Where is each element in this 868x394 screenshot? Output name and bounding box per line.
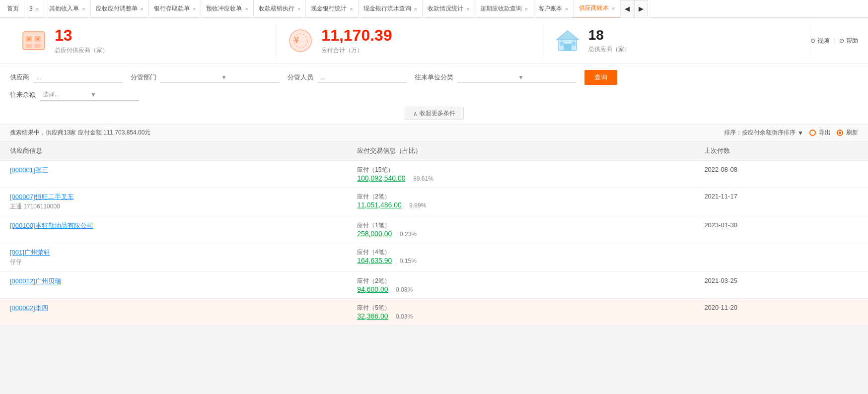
card1-number: 13: [55, 27, 108, 44]
tx-label: 应付（2笔）: [357, 193, 684, 201]
help-icon: ⊙: [839, 37, 844, 44]
nav-tab-receipt-exec[interactable]: 收款核销执行 ×: [254, 0, 306, 18]
tx-percent: 0.08%: [396, 286, 413, 293]
top-links: ⊙ 视频 ｜ ⊙ 帮助: [810, 23, 858, 59]
close-icon[interactable]: ×: [297, 6, 300, 12]
supplier-info-cell: [000002]李四: [0, 299, 347, 326]
last-pay-cell: 2020-11-20: [694, 299, 868, 326]
data-table-container: 供应商信息 应付交易信息（占比） 上次付数 [000001]张三应付（15笔） …: [0, 141, 868, 326]
close-icon[interactable]: ×: [141, 6, 144, 12]
card3-text: 18 总供应商（家）: [588, 28, 630, 54]
video-link[interactable]: 视频: [817, 37, 829, 45]
tx-label: 应付（4笔）: [357, 248, 684, 257]
export-button[interactable]: 导出: [809, 129, 831, 137]
svg-text:¥: ¥: [27, 37, 30, 41]
nav-tab-supplier-ledger[interactable]: 供应商账本 ×: [574, 0, 620, 18]
tx-amount[interactable]: 94,600.00: [357, 285, 388, 293]
close-icon[interactable]: ×: [612, 5, 615, 11]
nav-tab-ar-ap-adjust[interactable]: 应收应付调整单 ×: [91, 0, 149, 18]
nav-tab-overdue-ar[interactable]: 超期应收款查询 ×: [475, 0, 533, 18]
refresh-button[interactable]: 刷新: [837, 129, 858, 137]
tx-amount[interactable]: 258,000.00: [357, 230, 392, 238]
last-pay-date: 2021-11-17: [704, 193, 737, 200]
query-button[interactable]: 查询: [584, 70, 617, 85]
close-icon[interactable]: ×: [245, 6, 248, 12]
close-icon[interactable]: ×: [193, 6, 196, 12]
chevron-down-icon: ▼: [221, 74, 277, 81]
supplier-info-cell: [001]广州荣轩仔仔: [0, 243, 347, 272]
close-icon[interactable]: ×: [466, 6, 469, 12]
dept-filter: 分管部门 ▼: [131, 72, 280, 83]
nav-tab-cash-bank-stat[interactable]: 现金银行统计 ×: [306, 0, 358, 18]
supplier-link[interactable]: [001]广州荣轩: [10, 249, 50, 256]
help-link[interactable]: 帮助: [846, 37, 858, 45]
tx-amount[interactable]: 100,092,540.00: [357, 174, 405, 182]
nav-tab-customer-ledger[interactable]: 客户账本 ×: [533, 0, 574, 18]
supplier-link[interactable]: [000007]恒旺二手叉车: [10, 193, 74, 200]
supplier-link[interactable]: [000012]广州贝瑞: [10, 277, 61, 285]
nav-tab-3[interactable]: 3 ×: [24, 0, 44, 18]
supplier-info-cell: [000100]本特勒油品有限公司: [0, 216, 347, 243]
tx-label: 应付（1笔）: [357, 221, 684, 230]
supplier-label: 供应商: [10, 73, 29, 82]
close-icon[interactable]: ×: [414, 6, 417, 12]
category-select[interactable]: ▼: [457, 72, 577, 83]
video-icon: ⊙: [810, 37, 815, 44]
card3-number: 18: [588, 28, 630, 43]
nav-tab-cash-bank-flow[interactable]: 现金银行流水查询 ×: [359, 0, 423, 18]
card2-text: 11,170.39 应付合计（万）: [321, 27, 392, 55]
close-icon[interactable]: ×: [36, 6, 39, 12]
tx-label: 应付（5笔）: [357, 304, 684, 312]
close-icon[interactable]: ×: [525, 6, 528, 12]
supplier-sub: 仔仔: [10, 258, 337, 266]
summary-bar: ¥ ¥ 13 总应付供应商（家） ¥ 11,170.39 应付合计（万）: [0, 18, 868, 64]
balance-select[interactable]: 选择... ▼: [40, 89, 139, 101]
last-pay-cell: 2021-03-25: [694, 272, 868, 299]
card2-number: 11,170.39: [321, 27, 392, 44]
card1-text: 13 总应付供应商（家）: [55, 27, 108, 55]
tx-info-cell: 应付（5笔） 32,366.00 0.03%: [347, 299, 694, 326]
collapse-button[interactable]: ∧ 收起更多条件: [405, 107, 464, 120]
summary-card-payable-suppliers: ¥ ¥ 13 总应付供应商（家）: [10, 23, 277, 59]
tx-percent: 9.89%: [409, 202, 426, 209]
close-icon[interactable]: ×: [82, 6, 85, 12]
supplier-info-cell: [000001]张三: [0, 161, 347, 188]
person-label: 分管人员: [288, 73, 313, 82]
chevron-down-icon: ▼: [518, 74, 574, 81]
svg-rect-4: [35, 44, 41, 48]
result-actions: 排序：按应付余额倒序排序 ▼ 导出 刷新: [724, 129, 858, 137]
close-icon[interactable]: ×: [350, 6, 353, 12]
table-row: [000001]张三应付（15笔） 100,092,540.00 89.61% …: [0, 161, 868, 188]
nav-tab-home[interactable]: 首页: [2, 0, 24, 18]
filter-row-1: 供应商 分管部门 ▼ 分管人员 往来单位分类 ▼ 查询: [10, 70, 858, 85]
close-icon[interactable]: ×: [565, 6, 568, 12]
tx-amount[interactable]: 11,051,486.00: [357, 201, 402, 209]
supplier-link[interactable]: [000100]本特勒油品有限公司: [10, 222, 93, 229]
store-icon: [554, 27, 581, 55]
result-bar: 搜索结果中，供应商13家 应付金额 111,703,854.00元 排序：按应付…: [0, 125, 868, 141]
filter-area: 供应商 分管部门 ▼ 分管人员 往来单位分类 ▼ 查询 往来余额 选择: [0, 64, 868, 125]
supplier-input[interactable]: [33, 72, 123, 83]
svg-rect-12: [564, 44, 572, 51]
nav-prev-arrow[interactable]: ◀: [620, 0, 634, 18]
person-input[interactable]: [317, 72, 407, 83]
nav-tab-bank-deposit[interactable]: 银行存取款单 ×: [149, 0, 201, 18]
tx-label: 应付（15笔）: [357, 166, 684, 174]
tx-amount[interactable]: 164,635.90: [357, 257, 392, 264]
sort-dropdown[interactable]: 排序：按应付余额倒序排序 ▼: [724, 129, 803, 137]
nav-tab-other-income[interactable]: 其他收入单 ×: [44, 0, 90, 18]
svg-text:¥: ¥: [36, 37, 39, 41]
nav-next-arrow[interactable]: ▶: [634, 0, 648, 18]
last-pay-date: 2022-08-08: [704, 166, 737, 173]
table-row: [000002]李四应付（5笔） 32,366.00 0.03% 2020-11…: [0, 299, 868, 326]
svg-rect-3: [26, 44, 32, 48]
dept-select[interactable]: ▼: [160, 72, 280, 83]
nav-tab-receipt-stat[interactable]: 收款情况统计 ×: [423, 0, 475, 18]
supplier-link[interactable]: [000001]张三: [10, 166, 48, 174]
top-navigation: 首页 3 × 其他收入单 × 应收应付调整单 × 银行存取款单 × 预收冲应收单…: [0, 0, 868, 18]
nav-tab-prepay-offset[interactable]: 预收冲应收单 ×: [201, 0, 253, 18]
tx-amount[interactable]: 32,366.00: [357, 312, 388, 320]
supplier-link[interactable]: [000002]李四: [10, 304, 48, 312]
last-pay-cell: 2022-08-08: [694, 161, 868, 188]
col-header-lastpay: 上次付数: [694, 141, 868, 161]
